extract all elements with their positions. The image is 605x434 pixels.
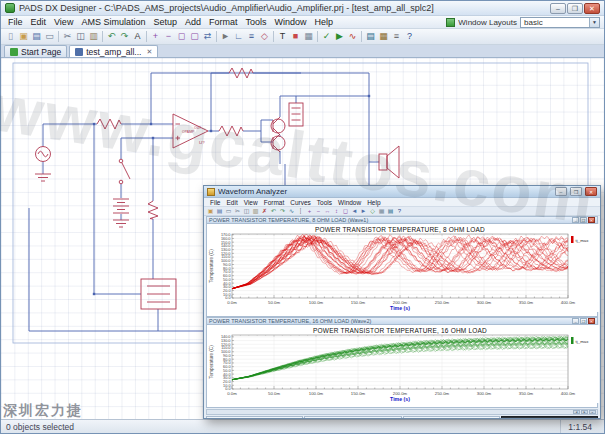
- menu-help[interactable]: Help: [364, 199, 383, 206]
- add-bus-icon[interactable]: ≡: [245, 30, 258, 43]
- wave-tab-wave2[interactable]: Wave2: [304, 416, 401, 419]
- undo-icon[interactable]: ↶: [105, 30, 118, 43]
- child-restore-icon[interactable]: ❐: [580, 318, 587, 324]
- copy-icon[interactable]: ◫: [74, 30, 87, 43]
- ground-symbol-2[interactable]: [113, 220, 129, 227]
- wave-tab-power-transistor-temperature-8-ohm-load-[interactable]: POWER TRANSISTOR TEMPERATURE, 8 OHM LOAD…: [403, 416, 500, 419]
- check-design-icon[interactable]: ✓: [320, 30, 333, 43]
- zoom-full-icon[interactable]: ▢: [188, 30, 201, 43]
- minimize-button[interactable]: –: [550, 3, 566, 14]
- delete-icon[interactable]: ✗: [260, 207, 269, 215]
- zoom-out-icon[interactable]: −: [162, 30, 175, 43]
- menu-curves[interactable]: Curves: [287, 199, 314, 206]
- scroll-split-icon[interactable]: ≡: [589, 410, 596, 414]
- strip-mode-icon[interactable]: ▤: [386, 207, 395, 215]
- grid-toggle-icon[interactable]: ▦: [377, 207, 386, 215]
- window-layouts-select[interactable]: basic ▼: [520, 17, 600, 28]
- wave-close-button[interactable]: ✕: [585, 187, 597, 196]
- zoom-full-icon[interactable]: ◻: [341, 207, 350, 215]
- undo-icon[interactable]: ↶: [269, 207, 278, 215]
- new-document-icon[interactable]: ▯: [4, 30, 17, 43]
- zoom-in-icon[interactable]: +: [305, 207, 314, 215]
- speaker-symbol[interactable]: [379, 146, 399, 178]
- child-minimize-icon[interactable]: –: [572, 217, 579, 223]
- add-part-icon[interactable]: ◇: [258, 30, 271, 43]
- menu-file[interactable]: File: [207, 199, 223, 206]
- add-waveform-icon[interactable]: ∿: [287, 207, 296, 215]
- add-text-icon[interactable]: T: [276, 30, 289, 43]
- child-close-icon[interactable]: ✕: [588, 318, 595, 324]
- save-icon[interactable]: ▤: [30, 30, 43, 43]
- scroll-left-icon[interactable]: ◄: [573, 410, 580, 414]
- open-project-icon[interactable]: ▣: [17, 30, 30, 43]
- ac-source-symbol[interactable]: [36, 147, 51, 162]
- paste-icon[interactable]: ▥: [251, 207, 260, 215]
- cursor-icon[interactable]: ┆: [296, 207, 305, 215]
- redo-icon[interactable]: ↷: [118, 30, 131, 43]
- zoom-out-icon[interactable]: −: [314, 207, 323, 215]
- cut-icon[interactable]: ✂: [233, 207, 242, 215]
- tab-start-page[interactable]: Start Page: [4, 45, 67, 57]
- resistor-vertical[interactable]: [148, 201, 158, 219]
- zoom-x-icon[interactable]: ↔: [323, 207, 332, 215]
- wave-tab-wave1[interactable]: Wave1: [206, 416, 303, 419]
- paste-icon[interactable]: ▥: [87, 30, 100, 43]
- child-restore-icon[interactable]: ❐: [580, 217, 587, 223]
- opamp-symbol[interactable]: OPAMP OUT U?: [173, 114, 208, 148]
- color-fill-icon[interactable]: ■: [289, 30, 302, 43]
- wave-minimize-button[interactable]: –: [555, 187, 567, 196]
- maximize-button[interactable]: ❐: [567, 3, 583, 14]
- menu-add[interactable]: Add: [181, 17, 205, 27]
- save-icon[interactable]: ▤: [215, 207, 224, 215]
- wave2-child-header[interactable]: POWER TRANSISTOR TEMPERATURE, 16 OHM LOA…: [206, 317, 598, 325]
- properties-icon[interactable]: ≡: [390, 30, 403, 43]
- resistor-input[interactable]: [97, 119, 121, 129]
- menu-edit[interactable]: Edit: [223, 199, 240, 206]
- grid-toggle-icon[interactable]: ▦: [302, 30, 315, 43]
- next-view-icon[interactable]: ►: [359, 207, 368, 215]
- npn-transistor-2[interactable]: [271, 134, 285, 152]
- wave-tab-power-transistor-temperature-16-ohm-load[interactable]: POWER TRANSISTOR TEMPERATURE, 16 OHM LOA…: [501, 416, 598, 419]
- pan-icon[interactable]: ⇄: [201, 30, 214, 43]
- thermal-model-box[interactable]: [289, 103, 303, 126]
- wave-titlebar[interactable]: Waveform Analyzer – ❐ ✕: [204, 186, 600, 198]
- menu-tools[interactable]: Tools: [241, 17, 270, 27]
- plot-8ohm-panel[interactable]: 0.010.020.030.040.050.060.070.080.090.01…: [206, 224, 598, 317]
- close-button[interactable]: ✕: [584, 3, 600, 14]
- find-text-icon[interactable]: A: [131, 30, 144, 43]
- menu-format[interactable]: Format: [261, 199, 288, 206]
- main-titlebar[interactable]: PADS DX Designer - C:\PADS_AMS_projects\…: [1, 1, 604, 16]
- child-close-icon[interactable]: ✕: [588, 217, 595, 223]
- npn-transistor-1[interactable]: [271, 117, 285, 135]
- menu-view[interactable]: View: [241, 199, 261, 206]
- menu-tools[interactable]: Tools: [314, 199, 335, 206]
- wave-scrollbar[interactable]: ◄ ► ≡: [206, 409, 598, 415]
- tab-test-amp-all[interactable]: test_amp_all...✕: [69, 45, 158, 57]
- scroll-right-icon[interactable]: ►: [581, 410, 588, 414]
- probe-icon[interactable]: ∿: [346, 30, 359, 43]
- resistor-feedback[interactable]: [211, 68, 301, 78]
- menu-format[interactable]: Format: [205, 17, 242, 27]
- zoom-in-icon[interactable]: +: [149, 30, 162, 43]
- help-icon[interactable]: ?: [395, 207, 404, 215]
- help-icon[interactable]: ?: [403, 30, 416, 43]
- zoom-y-icon[interactable]: ↕: [332, 207, 341, 215]
- wave1-child-header[interactable]: POWER TRANSISTOR TEMPERATURE, 8 OHM LOAD…: [206, 216, 598, 224]
- previous-view-icon[interactable]: ◄: [350, 207, 359, 215]
- menu-help[interactable]: Help: [311, 17, 338, 27]
- menu-view[interactable]: View: [50, 17, 77, 27]
- add-wire-icon[interactable]: ∟: [232, 30, 245, 43]
- menu-window[interactable]: Window: [271, 17, 311, 27]
- menu-window[interactable]: Window: [335, 199, 364, 206]
- library-icon[interactable]: ▦: [377, 30, 390, 43]
- battery-symbol[interactable]: [113, 199, 129, 213]
- open-icon[interactable]: ▣: [206, 207, 215, 215]
- print-icon[interactable]: ▭: [43, 30, 56, 43]
- measure-icon[interactable]: ◇: [368, 207, 377, 215]
- resistor-output[interactable]: [219, 126, 243, 136]
- zoom-window-icon[interactable]: ◻: [175, 30, 188, 43]
- plot-16ohm-panel[interactable]: 0.010.020.030.040.050.060.070.080.090.01…: [206, 325, 598, 408]
- oscilloscope-icon[interactable]: ▤: [364, 30, 377, 43]
- copy-icon[interactable]: ◫: [242, 207, 251, 215]
- tab-close-icon[interactable]: ✕: [146, 48, 152, 56]
